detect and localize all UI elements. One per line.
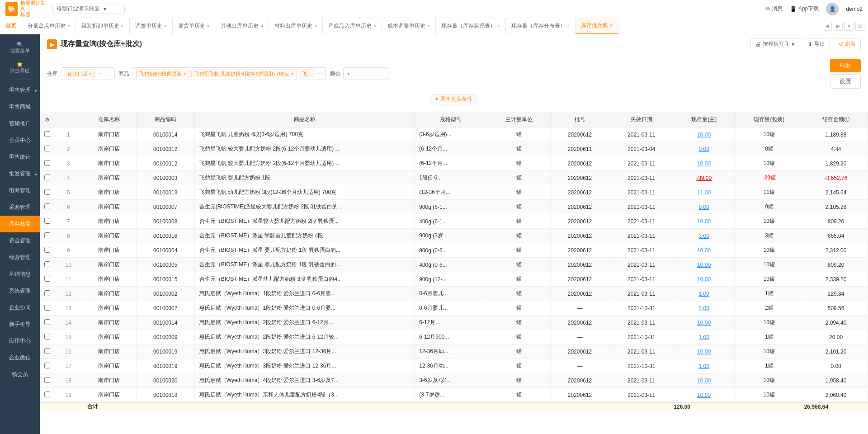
sidebar-item-app-center[interactable]: 应用中心 [0,333,40,349]
sidebar-item-purchase[interactable]: 采购管理 [0,199,40,216]
row-checkbox[interactable] [40,127,55,142]
sidebar-item-member-center[interactable]: 会员中心 [0,132,40,149]
sidebar-item-wholesale[interactable]: 批发管理 ▸ [0,165,40,182]
close-icon[interactable]: × [207,24,210,28]
product-tag-0[interactable]: 飞鹤奶粉3段两提装 × [136,70,189,78]
row-checkbox[interactable] [40,258,55,272]
tab-disassemble-history[interactable]: 组装拆卸单历史 × [76,18,130,34]
product-filter-container[interactable]: 飞鹤奶粉3段两提装 × 飞鹤星飞帆 儿童奶粉 4段(3-6岁适用) 700克 ×… [132,67,326,80]
message-action[interactable]: ✉ 消息 [765,5,783,13]
row-checkbox-input[interactable] [44,363,50,368]
tab-home[interactable]: 首页 [0,18,22,34]
query-button[interactable]: 刷新 [830,59,861,72]
tab-other-out[interactable]: 其他出库单历史 × [215,18,269,34]
row-checkbox-input[interactable] [44,218,50,224]
nav-next-btn[interactable]: ▶ [834,22,843,31]
tab-material-out[interactable]: 材料出库单历史 × [269,18,323,34]
row-stock-main[interactable]: 10.00 [674,156,734,171]
row-checkbox[interactable] [40,156,55,171]
row-stock-main[interactable]: 10.00 [674,316,734,330]
row-checkbox-input[interactable] [44,175,50,180]
row-checkbox-input[interactable] [44,247,50,253]
warehouse-more-btn[interactable]: ··· [97,70,103,78]
export-button[interactable]: ⬇ 导出 [803,38,830,50]
row-stock-main[interactable]: 10.00 [674,243,734,258]
orange-expand-button[interactable]: ▶ [47,39,57,49]
row-stock-main[interactable]: 1.00 [674,359,734,373]
th-settings[interactable]: ⚙ [40,112,55,127]
product-tag-1[interactable]: 飞鹤星飞帆 儿童奶粉 4段(3-6岁适用) 700克 × [191,70,297,78]
sidebar-item-member-card[interactable]: 畅会员 [0,366,40,383]
nav-prev-btn[interactable]: ◀ [823,22,832,31]
sidebar-item-basic-info[interactable]: 基础信息 [0,266,40,283]
product-tag-more[interactable]: 飞... [299,70,314,78]
sidebar-search[interactable]: 🔍 搜索菜单 [0,38,40,58]
row-checkbox-input[interactable] [44,334,50,340]
nav-close-btn[interactable]: ✕ [844,22,854,31]
tab-cost-adjust[interactable]: 成本调整单历史 × [382,18,436,34]
product-more-btn[interactable]: ··· [316,70,322,78]
row-stock-main[interactable]: 2.00 [674,301,734,316]
row-stock-main[interactable]: 10.00 [674,344,734,359]
close-icon[interactable]: × [121,24,124,28]
row-stock-main[interactable]: 10.00 [674,272,734,287]
row-checkbox[interactable] [40,200,55,214]
row-stock-main[interactable]: 10.00 [674,258,734,272]
refresh-button[interactable]: ↺ 刷新 [834,38,861,50]
close-icon[interactable]: × [67,24,70,28]
row-checkbox[interactable] [40,373,55,388]
sidebar-item-retail-stats[interactable]: 零售统计 [0,149,40,165]
tab-stock-status[interactable]: 现存量（库存状况表） × [436,18,506,34]
row-checkbox[interactable] [40,185,55,200]
tab-product-in[interactable]: 产成品入库单历史 × [323,18,382,34]
row-checkbox-input[interactable] [44,319,50,325]
row-checkbox[interactable] [40,301,55,316]
row-checkbox-input[interactable] [44,261,50,267]
close-icon[interactable]: × [427,24,430,28]
row-checkbox-input[interactable] [44,348,50,354]
app-download-action[interactable]: 📱 App下载 [790,5,819,13]
row-stock-main[interactable]: 10.00 [674,373,734,388]
close-icon[interactable]: × [260,24,263,28]
template-print-button[interactable]: 🖨 按模板打印 ▾ [750,38,799,50]
row-checkbox[interactable] [40,171,55,185]
close-icon[interactable]: × [567,24,570,28]
tab-score-history[interactable]: 分量盘点单历史 × [22,18,76,34]
tab-mix-history[interactable]: 调拨单历史 × [130,18,173,34]
sidebar-item-enterprise-wechat[interactable]: 企业微信 [0,349,40,366]
row-checkbox[interactable] [40,388,55,403]
sidebar-item-retail-store[interactable]: 零售商城 [0,99,40,115]
settings-button[interactable]: 设置 [830,74,861,89]
row-checkbox[interactable] [40,359,55,373]
row-checkbox[interactable] [40,344,55,359]
sidebar-quick-nav[interactable]: ⭐ 快捷导航 [0,58,40,78]
close-icon[interactable]: × [610,23,613,28]
row-stock-main[interactable]: 1.00 [674,287,734,301]
row-checkbox[interactable] [40,272,55,287]
row-checkbox-input[interactable] [44,203,50,209]
row-stock-main[interactable]: 11.00 [674,185,734,200]
row-checkbox[interactable] [40,142,55,156]
row-checkbox-input[interactable] [44,276,50,282]
product-tag-0-remove[interactable]: × [183,71,186,76]
sidebar-item-marketing[interactable]: 营销推广 [0,115,40,132]
settings-icon[interactable]: ⚙ [45,117,50,123]
row-stock-main[interactable]: 0.00 [674,142,734,156]
sidebar-item-sys-mgmt[interactable]: 系统管理 [0,283,40,299]
row-stock-main[interactable]: 10.00 [674,214,734,229]
row-checkbox-input[interactable] [44,232,50,238]
row-stock-main[interactable]: 9.00 [674,200,734,214]
tab-request-history[interactable]: 要货单历史 × [173,18,216,34]
row-stock-main[interactable]: 10.00 [674,127,734,142]
row-checkbox-input[interactable] [44,392,50,397]
row-checkbox-input[interactable] [44,377,50,383]
row-stock-main[interactable]: 10.00 [674,388,734,403]
row-checkbox[interactable] [40,229,55,243]
row-checkbox-input[interactable] [44,131,50,137]
row-checkbox[interactable] [40,214,55,229]
close-icon[interactable]: × [164,24,167,28]
row-checkbox-input[interactable] [44,305,50,311]
sidebar-item-enterprise-collab[interactable]: 企业协同 [0,299,40,316]
row-checkbox[interactable] [40,287,55,301]
close-icon[interactable]: × [373,24,376,28]
